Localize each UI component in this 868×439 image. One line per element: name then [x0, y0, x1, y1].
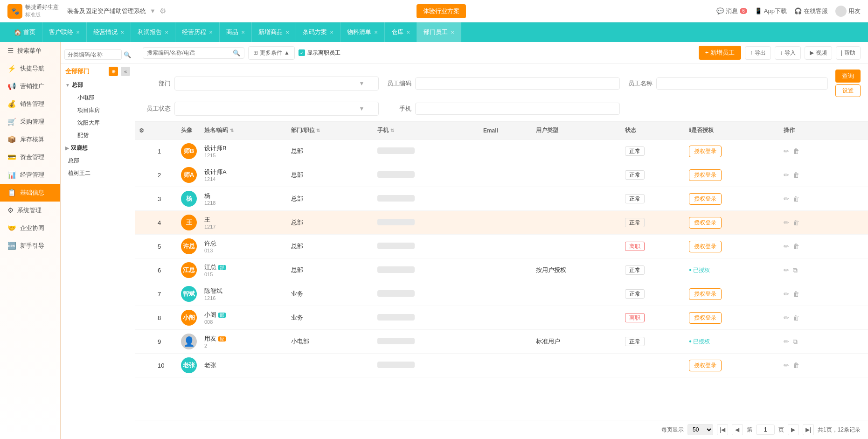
nav-item-sales[interactable]: 💰 销售管理 — [0, 95, 60, 113]
auth-login-button[interactable]: 授权登录 — [689, 360, 722, 371]
search-input[interactable] — [147, 49, 231, 56]
auth-login-button[interactable]: 授权登录 — [689, 288, 722, 300]
last-page-button[interactable]: ▶| — [803, 424, 814, 435]
tab-barcode[interactable]: 条码方案 ✕ — [296, 22, 340, 42]
page-size-select[interactable]: 50 20 100 — [687, 424, 713, 435]
nav-item-search[interactable]: ☰ 搜索菜单 — [0, 42, 60, 60]
prev-page-button[interactable]: ◀ — [732, 424, 743, 435]
nav-item-purchase[interactable]: 🛒 采购管理 — [0, 113, 60, 131]
tab-history[interactable]: 经营历程 ✕ — [175, 22, 220, 42]
tree-collapse-icon[interactable]: « — [121, 67, 130, 76]
dropdown-arrow-icon[interactable]: ▼ — [150, 7, 156, 14]
status-select[interactable]: ▼ — [174, 102, 379, 116]
tab-warehouse[interactable]: 仓库 ✕ — [385, 22, 417, 42]
nav-item-finance[interactable]: 💳 资金管理 — [0, 148, 60, 166]
tree-parent-headquarters[interactable]: ▼ 总部 — [61, 79, 135, 91]
import-button[interactable]: ↓ 导入 — [775, 46, 801, 60]
close-icon[interactable]: ✕ — [241, 30, 245, 35]
tab-home[interactable]: 🏠 首页 — [7, 22, 42, 42]
close-icon[interactable]: ✕ — [374, 30, 378, 35]
edit-icon[interactable]: ✏ — [784, 362, 789, 369]
close-icon[interactable]: ✕ — [330, 30, 333, 35]
auth-login-button[interactable]: 授权登录 — [689, 217, 722, 229]
delete-icon[interactable]: 🗑 — [793, 171, 799, 179]
auth-login-button[interactable]: 授权登录 — [689, 241, 722, 252]
copy-icon[interactable]: ⧉ — [793, 266, 798, 274]
edit-icon[interactable]: ✏ — [784, 290, 789, 298]
close-icon[interactable]: ✕ — [285, 30, 289, 35]
current-page-input[interactable] — [756, 425, 775, 435]
tree-item-planter[interactable]: 植树王二 — [61, 167, 135, 180]
col-mobile[interactable]: 手机 ⇅ — [374, 122, 479, 139]
auth-login-button[interactable]: 授权登录 — [689, 169, 722, 181]
col-name[interactable]: 姓名/编码 ⇅ — [201, 122, 287, 139]
tab-customer[interactable]: 客户联络 ✕ — [42, 22, 87, 42]
reset-button[interactable]: 设置 — [835, 84, 861, 97]
delete-icon[interactable]: 🗑 — [793, 243, 799, 250]
online-service-action[interactable]: 🎧 在线客服 — [794, 7, 828, 15]
tab-new-goods[interactable]: 新增商品 ✕ — [252, 22, 296, 42]
delete-icon[interactable]: 🗑 — [793, 362, 799, 369]
help-button[interactable]: | 帮助 — [836, 46, 861, 60]
nav-item-marketing[interactable]: 📢 营销推广 — [0, 77, 60, 95]
close-icon[interactable]: ✕ — [120, 30, 124, 35]
copy-icon[interactable]: ⧉ — [793, 338, 798, 346]
nav-item-quick[interactable]: ⚡ 快捷导航 — [0, 60, 60, 77]
user-action[interactable]: 用友 — [835, 6, 861, 17]
tree-add-icon[interactable]: ⊕ — [109, 67, 118, 76]
close-icon[interactable]: ✕ — [76, 30, 80, 35]
video-button[interactable]: ▶ 视频 — [805, 46, 832, 60]
close-icon[interactable]: ✕ — [165, 30, 168, 35]
tree-item-distribution[interactable]: 配货 — [70, 129, 135, 142]
tree-item-shenyang[interactable]: 沈阳大库 — [70, 117, 135, 129]
edit-icon[interactable]: ✏ — [784, 338, 789, 345]
edit-icon[interactable]: ✏ — [784, 147, 789, 155]
auth-login-button[interactable]: 授权登录 — [689, 312, 722, 324]
delete-icon[interactable]: 🗑 — [793, 219, 799, 226]
nav-item-guide[interactable]: 🆕 新手引导 — [0, 237, 60, 255]
app-download-action[interactable]: 📱 App下载 — [755, 7, 787, 15]
delete-icon[interactable]: 🗑 — [793, 195, 799, 202]
try-button[interactable]: 体验行业方案 — [417, 4, 466, 18]
nav-item-coop[interactable]: 🤝 企业协同 — [0, 219, 60, 237]
settings-icon[interactable]: ⚙ — [160, 7, 166, 15]
auth-login-button[interactable]: 授权登录 — [689, 193, 722, 205]
export-button[interactable]: ↑ 导出 — [745, 46, 771, 60]
query-button[interactable]: 查询 — [835, 70, 861, 83]
edit-icon[interactable]: ✏ — [784, 171, 789, 179]
next-page-button[interactable]: ▶ — [788, 424, 799, 435]
settings-col-icon[interactable]: ⚙ — [139, 127, 144, 134]
auth-login-button[interactable]: 授权登录 — [689, 146, 722, 157]
close-icon[interactable]: ✕ — [209, 30, 213, 35]
tab-dept-employee[interactable]: 部门员工 ✕ — [417, 22, 461, 42]
col-dept[interactable]: 部门/职位 ⇅ — [287, 122, 374, 139]
show-resigned-toggle[interactable]: ✓ 显示离职员工 — [299, 49, 340, 57]
tree-item-small-electric[interactable]: 小电部 — [70, 91, 135, 104]
edit-icon[interactable]: ✏ — [784, 314, 789, 321]
close-icon[interactable]: ✕ — [451, 30, 454, 35]
emp-name-input[interactable] — [656, 77, 828, 90]
messages-action[interactable]: 💬 消息 6 — [716, 7, 747, 15]
tree-parent-shuanglu[interactable]: ▶ 双鹿想 — [61, 142, 135, 154]
tab-goods[interactable]: 商品 ✕ — [220, 22, 252, 42]
tree-item-project-room[interactable]: 项目库房 — [70, 104, 135, 117]
nav-item-system[interactable]: ⚙ 系统管理 — [0, 202, 60, 219]
delete-icon[interactable]: 🗑 — [793, 314, 799, 321]
delete-icon[interactable]: 🗑 — [793, 290, 799, 298]
edit-icon[interactable]: ✏ — [784, 219, 789, 226]
search-icon[interactable]: 🔍 — [233, 49, 240, 56]
tree-search-icon[interactable]: 🔍 — [124, 51, 131, 58]
first-page-button[interactable]: |◀ — [717, 424, 728, 435]
edit-icon[interactable]: ✏ — [784, 243, 789, 250]
phone-input[interactable] — [415, 103, 619, 115]
edit-icon[interactable]: ✏ — [784, 266, 789, 274]
tab-bom[interactable]: 物料清单 ✕ — [340, 22, 385, 42]
close-icon[interactable]: ✕ — [406, 30, 410, 35]
tree-item-general[interactable]: 总部 — [61, 154, 135, 167]
more-filter-button[interactable]: ⊞ 更多条件 ▲ — [248, 46, 295, 60]
dept-select[interactable]: ▼ — [174, 77, 379, 91]
edit-icon[interactable]: ✏ — [784, 195, 789, 202]
nav-item-basic[interactable]: 📋 基础信息 — [0, 184, 60, 202]
nav-item-operation[interactable]: 📊 经营管理 — [0, 166, 60, 184]
tab-profit[interactable]: 利润报告 ✕ — [131, 22, 175, 42]
